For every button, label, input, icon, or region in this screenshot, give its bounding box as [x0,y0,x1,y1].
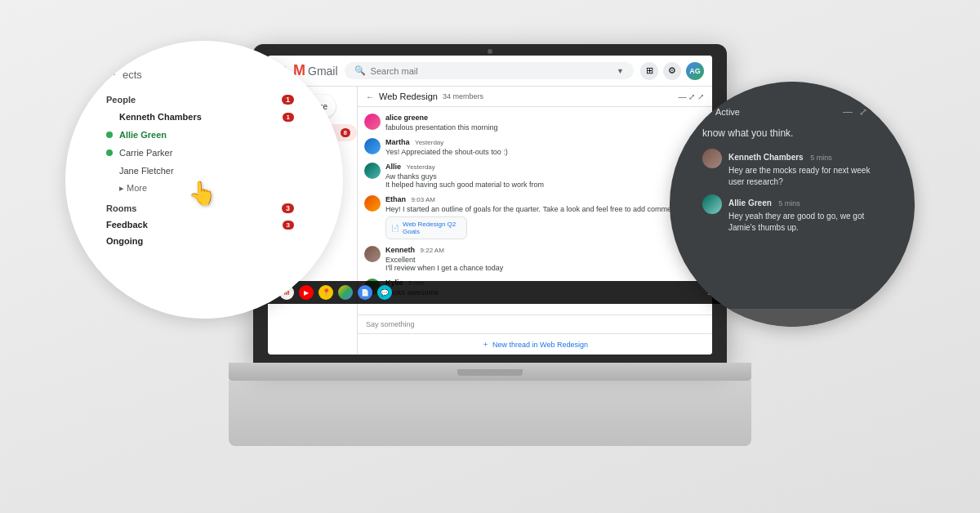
message-time: 9:22 AM [421,247,444,254]
list-item[interactable]: Ongoing [65,233,343,249]
gmail-logo: M Gmail [293,62,338,79]
person-name: Carrie Parker [119,148,172,158]
grid-icon[interactable]: ⊞ [640,62,658,80]
message-text: ExcellentI'll review when I get a chance… [385,256,503,272]
online-dot [106,149,113,156]
thread-members: 34 members [443,92,483,100]
close-icon[interactable]: ✕ [874,106,882,118]
new-thread-button[interactable]: ＋ New thread in Web Redesign [358,333,712,355]
gmail-header: ☰ M Gmail 🔍 ▼ ⊞ ⚙ AG [268,56,712,87]
message-text: fabulous presentation this morning [385,123,498,132]
avatar [364,138,381,154]
hangouts-icon[interactable]: 💬 [377,285,392,300]
doc-icon: 📄 [391,225,399,232]
avatar [364,246,381,262]
attachment-card[interactable]: 📄 Web Redesign Q2 Goals [385,216,467,239]
background: ☰ M Gmail 🔍 ▼ ⊞ ⚙ AG [0,0,980,513]
avatar [702,149,722,168]
list-item[interactable]: Allie Green [65,126,343,144]
online-dot [106,132,113,138]
chromebook-taskbar: M ▶ 📍 📄 💬 2:34 [253,281,727,304]
list-item[interactable]: Jane Fletcher [65,162,343,180]
thread-header: ← Web Redesign 34 members — ⤢ ↗ [358,87,712,107]
plus-icon: ＋ [482,339,489,350]
table-row: Kenneth 9:22 AM ExcellentI'll review whe… [364,246,706,272]
maximize-icon[interactable]: ⤢ [859,106,867,118]
message-text: Aw thanks guysIt helped having such good… [385,172,544,189]
user-avatar[interactable]: AG [686,62,704,80]
message-sender: Martha [385,138,410,146]
avatar [702,194,722,214]
chat-panel: Active — ⤢ ✕ know what you think. Kennet… [670,82,915,327]
message-text: Hey! I started an outline of goals for t… [385,205,681,213]
message-time: 9:03 AM [412,196,435,203]
back-arrow-icon[interactable]: ← [366,92,374,101]
dropdown-icon: ▼ [617,67,624,75]
table-row: Martha Yesterday Yes! Appreciated the sh… [364,138,706,156]
new-thread-label: New thread in Web Redesign [492,341,588,349]
search-input[interactable] [371,66,612,76]
person-name: Jane Fletcher [119,166,174,176]
search-icon: 🔍 [354,65,366,76]
table-row: Ethan 9:03 AM Hey! I started an outline … [364,195,706,239]
person-name: Allie Green [119,130,167,140]
chat-message-text: Hey are the mocks ready for next week us… [728,165,882,188]
table-row: Allie Yesterday Aw thanks guysIt helped … [364,163,706,189]
search-bar[interactable]: 🔍 ▼ [345,62,634,79]
list-item[interactable]: Carrie Parker [65,144,343,162]
avatar [364,114,381,130]
chat-message: Allie Green 5 mins Hey yeah they are goo… [702,194,882,234]
message-text: Yes! Appreciated the shout-outs too :) [385,148,508,156]
inbox-badge: 8 [341,128,350,137]
minimize-icon[interactable]: — [843,106,853,118]
message-sender: Ethan [385,195,406,203]
chat-message-text: Hey yeah they are good to go, we got Jam… [728,211,882,234]
message-time: Yesterday [407,163,435,171]
drive-icon[interactable] [338,285,353,300]
chat-messages: Kenneth Chambers 5 mins Hey are the mock… [670,142,915,309]
panel-title: ects [122,69,142,81]
person-name: Kenneth Chambers [119,112,202,122]
room-name: Ongoing [106,236,143,246]
avatar [364,163,381,179]
camera [488,49,492,54]
message-sender: Kenneth [385,246,415,254]
table-row: alice greene fabulous presentation this … [364,114,706,132]
panel-back-icon[interactable]: ← [106,68,118,81]
cursor-hand-icon: 👆 [188,180,216,207]
thread-icons: — ⤢ ↗ [678,92,704,101]
chat-panel-circle: Active — ⤢ ✕ know what you think. Kennet… [670,82,915,327]
room-name: Feedback [106,220,148,230]
chat-preview-text: know what you think. [670,124,915,142]
laptop-keyboard [229,381,751,446]
thread-title: Web Redesign [379,91,438,101]
attachment-name: Web Redesign Q2 Goals [403,221,461,235]
settings-icon[interactable]: ⚙ [663,62,681,80]
say-something-input[interactable]: Say something [358,314,712,333]
message-time: Yesterday [415,139,443,146]
chat-message-time: 5 mins [810,154,832,162]
youtube-icon[interactable]: ▶ [299,285,314,300]
docs-icon[interactable]: 📄 [358,285,372,300]
avatar [364,195,381,212]
main-content: ← Web Redesign 34 members — ⤢ ↗ alice gr… [358,87,712,355]
list-item[interactable]: Feedback 3 [65,216,343,233]
rooms-label: Rooms [106,203,136,213]
offline-dot [106,167,113,174]
chat-message: Kenneth Chambers 5 mins Hey are the mock… [702,149,882,188]
header-icons: ⊞ ⚙ AG [640,62,704,80]
rooms-badge: 3 [282,203,294,213]
chat-header-icons: — ⤢ ✕ [843,106,882,118]
chat-status: Active [715,107,740,117]
people-section-text: People [106,95,136,105]
message-sender: Allie [385,163,401,171]
room-badge: 3 [283,221,294,230]
laptop-base [229,363,751,381]
chat-sender-name: Kenneth Chambers [728,153,804,162]
maps-icon[interactable]: 📍 [318,285,333,300]
chat-sender-name: Allie Green [728,199,772,207]
offline-dot [106,114,113,120]
people-section-label: People 1 [65,90,343,108]
list-item[interactable]: Kenneth Chambers 1 [65,108,343,126]
chat-message-time: 5 mins [778,199,800,207]
